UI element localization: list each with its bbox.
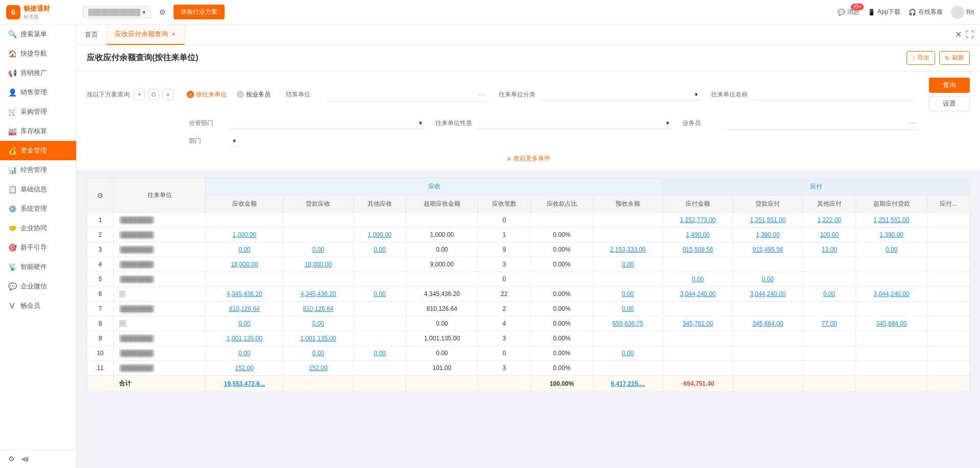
table-cell[interactable]: 1,490.00: [663, 228, 733, 242]
sidebar-item-member[interactable]: Ⅴ 畅会员: [0, 296, 76, 315]
field-wanglai-type-select[interactable]: ▾: [540, 89, 701, 101]
add-filter-btn[interactable]: +: [134, 89, 145, 100]
table-cell[interactable]: 0.00: [283, 346, 353, 361]
table-cell[interactable]: 0.00: [206, 346, 283, 361]
table-cell[interactable]: 0.00: [593, 287, 663, 302]
service-item[interactable]: 🎧 在线客服: [909, 8, 943, 16]
sidebar-item-corp[interactable]: 🤝 企业协同: [0, 218, 76, 238]
table-cell[interactable]: 0.00: [593, 257, 663, 272]
table-container[interactable]: ⚙ 往来单位 应收 应付 应收金额 贷款应收 其他应收 超期应收金额 应收笔数 …: [77, 171, 980, 468]
table-cell[interactable]: 0.00: [353, 346, 406, 361]
sidebar-item-search[interactable]: 🔍 搜索菜单: [0, 24, 76, 44]
field-jiesuan-dots[interactable]: ···: [478, 90, 485, 99]
table-cell[interactable]: 3,044,240.00: [663, 287, 733, 302]
sidebar-item-quick[interactable]: 🏠 快捷导航: [0, 44, 76, 63]
sidebar-item-hardware[interactable]: 📡 智能硬件: [0, 257, 76, 277]
table-cell[interactable]: 152.00: [206, 361, 283, 376]
table-cell[interactable]: 0.00: [206, 242, 283, 257]
table-cell[interactable]: 810,126.64: [206, 302, 283, 316]
footer-ar-prepay[interactable]: 6,417,215....: [593, 376, 663, 392]
collapse-btn[interactable]: ∧ 收起更多条件: [87, 152, 970, 165]
table-cell[interactable]: 1,390.00: [733, 228, 803, 242]
field-fenguan-select[interactable]: ▾: [230, 117, 425, 129]
sidebar-item-marketing[interactable]: 📢 营销推广: [0, 63, 76, 83]
trial-button[interactable]: 体验行业方案: [174, 5, 225, 19]
message-item[interactable]: 💬 消息 99+: [838, 8, 860, 16]
target-filter-btn[interactable]: ⊙: [148, 89, 159, 100]
filter-nav-salesman[interactable]: ⊙ 按业务员: [232, 88, 276, 101]
settings-icon[interactable]: ⚙: [155, 5, 169, 19]
collapse-filter-btn[interactable]: «: [162, 89, 174, 100]
user-item[interactable]: Rit: [951, 6, 974, 19]
sidebar-item-sales[interactable]: 👤 销售管理: [0, 83, 76, 102]
sidebar-collapse-icon[interactable]: ◀▮: [21, 455, 29, 462]
table-cell[interactable]: 0.00: [593, 302, 663, 316]
field-wanglai-nature-select[interactable]: ▾: [476, 117, 672, 129]
table-cell[interactable]: 100.00: [803, 228, 856, 242]
tab-close-icon[interactable]: ✕: [171, 31, 176, 38]
sidebar-item-operation[interactable]: 📊 经营管理: [0, 160, 76, 180]
tab-arbalance[interactable]: 应收应付余额查询 ✕: [107, 24, 185, 45]
sidebar-item-basic[interactable]: 📋 基础信息: [0, 180, 76, 199]
field-salesman-dots[interactable]: ···: [909, 118, 916, 128]
export-button[interactable]: ↑ 导出: [906, 51, 935, 65]
table-cell[interactable]: 3,044,240.00: [856, 287, 927, 302]
table-cell[interactable]: 3,044,240.00: [733, 287, 803, 302]
table-cell[interactable]: 655,636.75: [593, 316, 663, 331]
table-cell[interactable]: 0.00: [206, 316, 283, 331]
table-cell[interactable]: 1,001,135.00: [283, 331, 353, 346]
download-item[interactable]: 📱 App下载: [868, 8, 900, 16]
table-cell[interactable]: 0.00: [353, 242, 406, 257]
tab-home[interactable]: 首页: [77, 24, 107, 45]
sidebar-settings-icon[interactable]: ⚙: [8, 455, 15, 463]
table-cell[interactable]: 0.00: [283, 242, 353, 257]
table-cell[interactable]: 1,390.00: [856, 228, 927, 242]
sidebar-item-wechat[interactable]: 💬 企业微信: [0, 277, 76, 296]
table-cell[interactable]: 345,761.00: [663, 316, 733, 331]
table-settings-icon[interactable]: ⚙: [97, 191, 104, 200]
table-cell[interactable]: 1,251,551.00: [856, 213, 927, 228]
th-settings[interactable]: ⚙: [87, 178, 114, 213]
sidebar-item-inventory[interactable]: 🏭 库存核算: [0, 121, 76, 141]
table-cell[interactable]: 1,222.00: [803, 213, 856, 228]
table-cell[interactable]: 13.00: [803, 242, 856, 257]
field-wanglai-name-input[interactable]: [752, 89, 914, 101]
query-button[interactable]: 查询: [929, 78, 970, 93]
table-cell[interactable]: 18,000.00: [206, 257, 283, 272]
table-cell[interactable]: 0.00: [593, 346, 663, 361]
table-cell[interactable]: 0.00: [353, 287, 406, 302]
table-cell[interactable]: 1,000.00: [353, 228, 406, 242]
table-cell[interactable]: 4,345,436.20: [283, 287, 353, 302]
table-cell[interactable]: 915,508.56: [663, 242, 733, 257]
table-cell[interactable]: 0.00: [803, 287, 856, 302]
field-dept-select[interactable]: ▾: [230, 135, 239, 147]
table-cell[interactable]: 77.00: [803, 316, 856, 331]
table-cell[interactable]: 1,252,773.00: [663, 213, 733, 228]
table-cell[interactable]: 0.00: [733, 272, 803, 287]
table-cell[interactable]: 2,153,333.00: [593, 242, 663, 257]
tab-maximize-btn[interactable]: ⛶: [964, 28, 976, 41]
table-cell[interactable]: 1,000.00: [206, 228, 283, 242]
footer-ar-amount[interactable]: 19,553,472,6...: [206, 376, 283, 392]
table-cell[interactable]: 0.00: [283, 316, 353, 331]
table-cell[interactable]: 915,495.56: [733, 242, 803, 257]
table-cell[interactable]: 345,684.00: [733, 316, 803, 331]
refresh-button[interactable]: ↻ 刷新: [939, 51, 970, 65]
sidebar-item-finance[interactable]: 💰 资金管理: [0, 141, 76, 160]
filter-nav-partner[interactable]: ⊙ 按往来单位: [182, 88, 232, 101]
table-cell[interactable]: 4,345,436.20: [206, 287, 283, 302]
table-cell[interactable]: 152.00: [283, 361, 353, 376]
table-cell[interactable]: 0.00: [856, 242, 927, 257]
sidebar-item-guide[interactable]: 🎯 新手引导: [0, 238, 76, 257]
set-button[interactable]: 设置: [929, 96, 970, 111]
sidebar-item-system[interactable]: ⚙️ 系统管理: [0, 199, 76, 218]
tab-close-window-btn[interactable]: ✕: [953, 28, 964, 41]
table-cell[interactable]: 1,251,551.00: [733, 213, 803, 228]
table-cell[interactable]: 810,126.64: [283, 302, 353, 316]
table-cell[interactable]: 345,684.00: [856, 316, 927, 331]
table-cell[interactable]: 0.00: [663, 272, 733, 287]
company-selector[interactable]: ████████████ ▾: [83, 6, 151, 18]
table-cell[interactable]: 1,001,135.00: [206, 331, 283, 346]
sidebar-item-purchase[interactable]: 🛒 采购管理: [0, 102, 76, 121]
table-cell[interactable]: 18,000.00: [283, 257, 353, 272]
